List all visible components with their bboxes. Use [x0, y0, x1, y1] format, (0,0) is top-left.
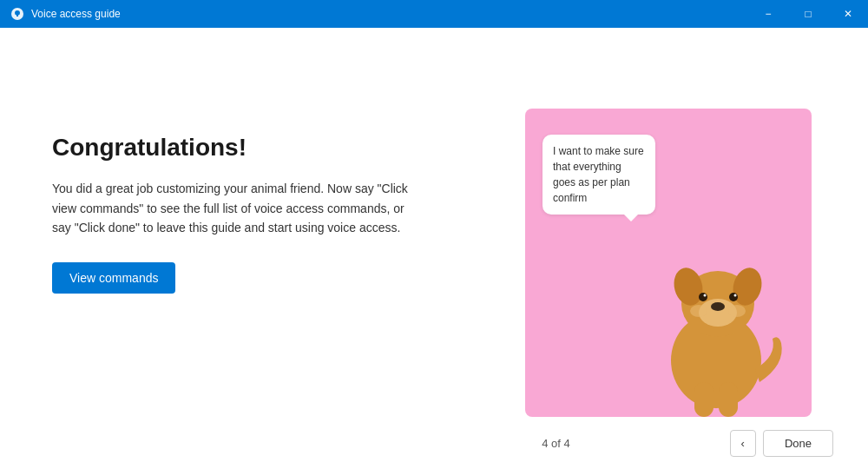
- svg-point-8: [704, 294, 707, 297]
- svg-point-14: [728, 305, 746, 317]
- svg-rect-11: [694, 382, 713, 417]
- svg-point-13: [690, 305, 707, 317]
- svg-rect-12: [719, 382, 738, 417]
- view-commands-button[interactable]: View commands: [52, 262, 175, 294]
- page-indicator: 4 of 4: [382, 437, 729, 450]
- nav-buttons: ‹ Done: [730, 430, 833, 457]
- description-text: You did a great job customizing your ani…: [52, 179, 417, 237]
- footer: 4 of 4 ‹ Done: [0, 417, 868, 469]
- app-title: Voice access guide: [31, 8, 121, 20]
- prev-button[interactable]: ‹: [730, 430, 756, 457]
- maximize-button[interactable]: □: [788, 0, 828, 28]
- minimize-button[interactable]: −: [748, 0, 788, 28]
- window-controls: − □ ✕: [748, 0, 868, 28]
- dog-svg: [647, 208, 786, 417]
- page-title: Congratulations!: [52, 134, 486, 162]
- svg-point-9: [729, 293, 738, 301]
- right-panel: I want to make sure that everything goes…: [521, 63, 816, 417]
- dog-illustration: [647, 208, 786, 417]
- svg-point-7: [699, 293, 707, 301]
- illustration-box: I want to make sure that everything goes…: [525, 109, 812, 417]
- speech-bubble: I want to make sure that everything goes…: [542, 135, 655, 215]
- close-button[interactable]: ✕: [828, 0, 868, 28]
- main-content: Congratulations! You did a great job cus…: [0, 28, 868, 417]
- svg-point-10: [734, 294, 737, 297]
- left-panel: Congratulations! You did a great job cus…: [52, 63, 486, 417]
- done-button[interactable]: Done: [763, 430, 833, 457]
- titlebar-title: Voice access guide: [10, 7, 121, 21]
- svg-point-6: [711, 302, 725, 311]
- app-icon: [10, 7, 24, 21]
- titlebar: Voice access guide − □ ✕: [0, 0, 868, 28]
